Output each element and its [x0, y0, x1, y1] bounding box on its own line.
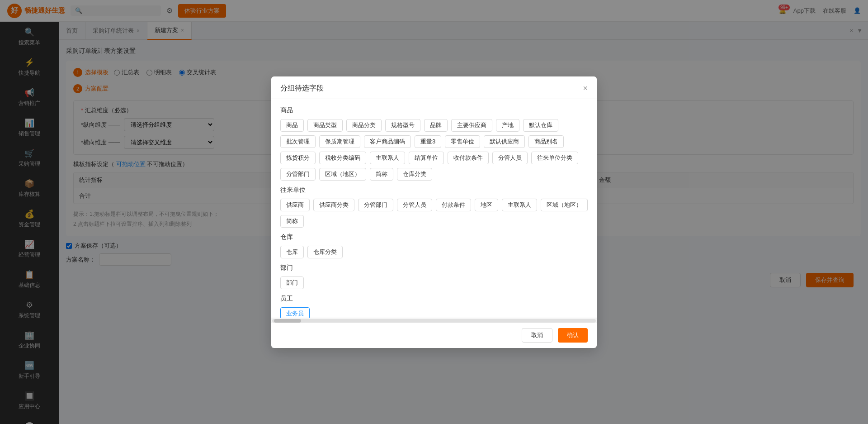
- section-goods-title: 商品: [280, 106, 588, 114]
- tag-tax-class-code[interactable]: 税收分类编码: [319, 152, 366, 164]
- tag-payment-condition[interactable]: 付款条件: [436, 199, 471, 211]
- section-warehouse-tags: 仓库 仓库分类: [280, 246, 588, 258]
- tag-region-area-counterpart[interactable]: 区域（地区）: [541, 199, 588, 211]
- tag-main-contact[interactable]: 主联系人: [370, 152, 405, 164]
- tag-warehouse[interactable]: 仓库: [280, 246, 304, 258]
- tag-customer-goods-code[interactable]: 客户商品编码: [364, 135, 411, 148]
- tag-supervisor-counterpart[interactable]: 分管人员: [397, 199, 432, 211]
- tag-region-goods[interactable]: 区域（地区）: [319, 168, 366, 181]
- tag-quality-mgmt[interactable]: 保质期管理: [319, 135, 360, 148]
- section-counterpart-title: 往来单位: [280, 186, 588, 194]
- tag-payment-terms[interactable]: 收付款条件: [448, 152, 489, 164]
- tag-short-name-counterpart[interactable]: 简称: [280, 215, 304, 228]
- tag-settlement-unit[interactable]: 结算单位: [409, 152, 444, 164]
- section-warehouse-title: 仓库: [280, 233, 588, 241]
- tag-supplier-category[interactable]: 供应商分类: [313, 199, 354, 211]
- tag-batch-mgmt[interactable]: 批次管理: [280, 135, 316, 148]
- section-department-title: 部门: [280, 264, 588, 272]
- tag-goods-category[interactable]: 商品分类: [346, 119, 382, 132]
- tag-warehouse-category[interactable]: 仓库分类: [307, 246, 343, 258]
- tag-pick-points[interactable]: 拣货积分: [280, 152, 316, 164]
- tag-spec-model[interactable]: 规格型号: [385, 119, 420, 132]
- tag-dept-mgmt[interactable]: 分管部门: [280, 168, 316, 181]
- section-employee-title: 员工: [280, 295, 588, 295]
- tag-default-warehouse[interactable]: 默认仓库: [523, 119, 558, 132]
- tag-goods[interactable]: 商品: [280, 119, 304, 132]
- tag-main-contact-counterpart[interactable]: 主联系人: [502, 199, 537, 211]
- tag-origin[interactable]: 产地: [496, 119, 519, 132]
- tag-goods-alias[interactable]: 商品别名: [528, 135, 564, 148]
- tag-warehouse-cat-goods[interactable]: 仓库分类: [397, 168, 432, 181]
- tag-department[interactable]: 部门: [280, 276, 304, 289]
- modal-title: 分组待选字段: [280, 84, 324, 93]
- tag-main-supplier[interactable]: 主要供应商: [451, 119, 492, 132]
- tag-weight3[interactable]: 重量3: [415, 135, 441, 148]
- tag-short-name-goods[interactable]: 简称: [370, 168, 393, 181]
- tag-supplier[interactable]: 供应商: [280, 199, 310, 211]
- modal-field-select: 分组待选字段 × 商品 商品 商品类型 商品分类 规格型号 品牌 主要供应商 产…: [271, 76, 597, 295]
- section-department-tags: 部门: [280, 276, 588, 289]
- modal-body: 商品 商品 商品类型 商品分类 规格型号 品牌 主要供应商 产地 默认仓库 批次…: [271, 99, 597, 295]
- tag-supervisor[interactable]: 分管人员: [492, 152, 528, 164]
- modal-close-button[interactable]: ×: [583, 84, 588, 93]
- tag-default-supplier[interactable]: 默认供应商: [484, 135, 525, 148]
- tag-goods-type[interactable]: 商品类型: [307, 119, 343, 132]
- tag-brand[interactable]: 品牌: [424, 119, 448, 132]
- tag-region-counterpart[interactable]: 地区: [475, 199, 498, 211]
- tag-dept-counterpart[interactable]: 分管部门: [358, 199, 393, 211]
- tag-retail-unit[interactable]: 零售单位: [445, 135, 480, 148]
- tag-counterpart-category[interactable]: 往来单位分类: [531, 152, 578, 164]
- section-counterpart-tags: 供应商 供应商分类 分管部门 分管人员 付款条件 地区 主联系人 区域（地区） …: [280, 199, 588, 228]
- section-goods-tags: 商品 商品类型 商品分类 规格型号 品牌 主要供应商 产地 默认仓库 批次管理 …: [280, 119, 588, 181]
- modal-header: 分组待选字段 ×: [271, 76, 597, 99]
